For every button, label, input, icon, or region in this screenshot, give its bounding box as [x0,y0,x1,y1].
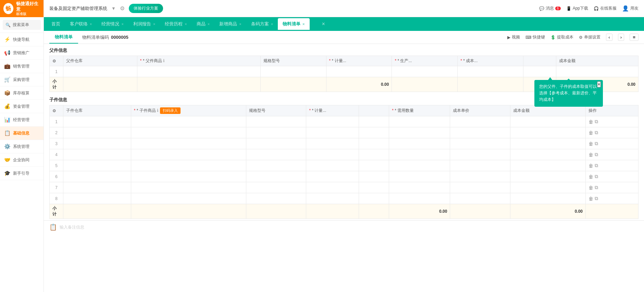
tab-close-history[interactable]: × [185,22,187,26]
child-product-cell-5[interactable] [131,160,246,171]
child-unit-cell-5[interactable] [306,160,359,171]
child-need-cell-5[interactable] [389,160,450,171]
copy-icon-8[interactable]: ⧉ [595,196,598,201]
child-need-cell-8[interactable] [389,193,450,204]
parent-produce-cell[interactable] [392,66,458,77]
parent-spec-cell[interactable] [260,66,326,77]
parent-product-cell[interactable] [137,66,260,77]
child-product-cell-2[interactable] [131,127,246,138]
nav-tab-home[interactable]: 首页 [47,18,65,30]
tab-close-profit[interactable]: × [153,22,155,26]
child-cost-amount-cell-4[interactable] [510,149,586,160]
child-product-cell-1[interactable] [131,116,246,127]
sidebar-item-operation[interactable]: 📊经营管理 [0,113,44,127]
child-need-cell-2[interactable] [389,127,450,138]
child-unit-cell-4[interactable] [306,149,359,160]
child-unit-cell-8[interactable] [306,193,359,204]
child-warehouse-cell-4[interactable] [63,149,131,160]
copy-icon-7[interactable]: ⧉ [595,185,598,190]
child-unit-cell-3[interactable] [306,138,359,149]
copy-icon-3[interactable]: ⧉ [595,141,598,147]
child-unit-cell-6[interactable] [306,171,359,182]
message-item[interactable]: 💬 消息 6 [539,5,561,11]
sidebar-item-sales[interactable]: 💼销售管理 [0,60,44,73]
child-need-cell-6[interactable] [389,171,450,182]
delete-icon-4[interactable]: 🗑 [589,152,593,157]
sidebar-item-newbie[interactable]: 🎓新手引导 [0,167,44,180]
tab-close-add-product[interactable]: × [239,22,241,26]
tab-close-product[interactable]: × [208,22,210,26]
child-spec-cell-3[interactable] [246,138,306,149]
child-spec-cell-2[interactable] [246,127,306,138]
child-th-settings[interactable]: ⚙ [50,105,63,116]
child-unitprice-cell-4[interactable] [450,149,510,160]
parent-cost-cell[interactable] [458,66,523,77]
child-unitprice-cell-1[interactable] [450,116,510,127]
child-unit-cell-2[interactable] [306,127,359,138]
delete-icon-1[interactable]: 🗑 [589,119,593,125]
sidebar-item-quick-nav[interactable]: ⚡快捷导航 [0,33,44,46]
child-cost-amount-cell-5[interactable] [510,160,586,171]
child-unit-cell-1[interactable] [306,116,359,127]
delete-icon-7[interactable]: 🗑 [589,185,593,190]
child-need-cell-3[interactable] [389,138,450,149]
child-spec-cell-1[interactable] [246,116,306,127]
child-need-cell-1[interactable] [389,116,450,127]
copy-icon-6[interactable]: ⧉ [595,174,598,179]
child-cost-amount-cell-3[interactable] [510,138,586,149]
parent-cost-amount-cell[interactable] [556,66,639,77]
child-cost-amount-cell-1[interactable] [510,116,586,127]
tab-bom-list[interactable]: 物料清单 [49,31,78,44]
tab-close-bom[interactable]: × [302,22,305,26]
child-unit-cell-7[interactable] [306,182,359,193]
child-spec-cell-7[interactable] [246,182,306,193]
child-warehouse-cell-7[interactable] [63,182,131,193]
dropdown-arrow-icon[interactable]: ▼ [111,6,116,11]
sidebar-item-basic-info[interactable]: 📋基础信息 [0,127,44,140]
single-settings-action[interactable]: ⚙ 单据设置 [579,34,600,40]
app-download-item[interactable]: 📱 App下载 [566,5,588,11]
copy-icon-5[interactable]: ⧉ [595,163,598,168]
scan-button[interactable]: 扫码录入 [160,107,181,114]
child-cost-amount-cell-8[interactable] [510,193,586,204]
child-unitprice-cell-2[interactable] [450,127,510,138]
copy-icon-4[interactable]: ⧉ [595,152,598,157]
sidebar-item-system[interactable]: ⚙️系统管理 [0,140,44,153]
child-warehouse-cell-1[interactable] [63,116,131,127]
child-unitprice-cell-6[interactable] [450,171,510,182]
parent-warehouse-cell[interactable] [63,66,137,77]
tab-close-operation-stat[interactable]: × [121,22,123,26]
tab-close-customer[interactable]: × [90,22,92,26]
nav-tab-history[interactable]: 经营历程 × [160,18,191,30]
user-item[interactable]: 👤 用友 [622,5,639,12]
parent-th-settings[interactable]: ⚙ [50,56,63,66]
nav-prev-button[interactable]: ‹ [606,34,612,41]
child-unitprice-cell-3[interactable] [450,138,510,149]
child-warehouse-cell-6[interactable] [63,171,131,182]
parent-unit-cell[interactable] [326,66,392,77]
child-spec-cell-6[interactable] [246,171,306,182]
nav-tab-product[interactable]: 商品 × [192,18,214,30]
child-product-cell-6[interactable] [131,171,246,182]
sidebar-item-inventory[interactable]: 📦库存核算 [0,86,44,100]
shortcut-action[interactable]: ⌨ 快捷键 [525,34,545,40]
copy-icon-1[interactable]: ⧉ [595,119,598,125]
delete-icon-2[interactable]: 🗑 [589,130,593,136]
sidebar-item-finance[interactable]: 💰资金管理 [0,100,44,113]
nav-tab-barcode[interactable]: 条码方案 × [246,18,278,30]
child-need-cell-4[interactable] [389,149,450,160]
sidebar-item-purchase[interactable]: 🛒采购管理 [0,73,44,86]
nav-close-all-button[interactable]: × [322,21,325,27]
nav-next-button[interactable]: › [618,34,624,41]
sidebar-item-marketing[interactable]: 📢营销推广 [0,46,44,60]
nav-tab-customer[interactable]: 客户联络 × [65,18,97,30]
trial-button[interactable]: 体验行业方案 [129,4,163,13]
sidebar-item-cooperation[interactable]: 🤝企业协同 [0,153,44,167]
child-product-cell-4[interactable] [131,149,246,160]
video-action[interactable]: ▶ 视频 [507,34,520,40]
delete-icon-8[interactable]: 🗑 [589,196,593,201]
settings-gear-icon[interactable]: ⚙ [120,5,125,12]
nav-tab-profit[interactable]: 利润报告 × [128,18,160,30]
search-menu-button[interactable]: 🔍 搜索菜单 [3,20,41,30]
child-product-cell-8[interactable] [131,193,246,204]
